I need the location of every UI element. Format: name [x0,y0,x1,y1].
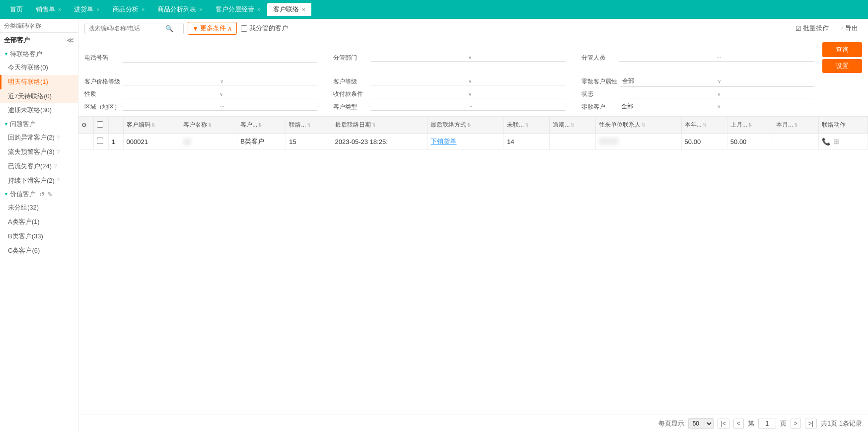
collapse-icon[interactable]: ≪ [67,36,74,44]
sidebar-item-ungrouped[interactable]: 未分组(32) [0,201,78,215]
filter-icon: ▼ [192,25,199,32]
nav-purchase[interactable]: 进货单 × [68,3,105,16]
customer-type-caret-icon: ··· [468,104,564,109]
next-page-button[interactable]: > [791,419,801,429]
sidebar-item-a-class[interactable]: A类客户(1) [0,215,78,229]
col-unit-contact[interactable]: 往来单位联系人⇅ [595,117,681,134]
col-checkbox[interactable] [93,117,108,134]
col-contact[interactable]: 联络...⇅ [286,117,332,134]
nav-customer-tier-close[interactable]: × [257,6,260,12]
help-icon-1[interactable]: ? [57,148,60,157]
row-checkbox[interactable] [93,134,108,150]
last-page-button[interactable]: >| [805,419,817,429]
manager-select[interactable]: ··· [619,54,814,62]
sidebar-item-declining[interactable]: 持续下滑客户(2) ? [0,174,78,188]
sidebar-item-tomorrow[interactable]: 明天待联络(1) [0,75,78,89]
help-icon-0[interactable]: ? [57,134,60,143]
reset-button[interactable]: 设置 [822,59,862,73]
retail-customer-select[interactable]: 全部 ∨ [619,101,814,112]
sidebar-item-churned[interactable]: 已流失客户(24) ? [0,159,78,174]
nav-product-analysis-close[interactable]: × [142,6,145,12]
refresh-icon[interactable]: ↺ [39,191,45,198]
search-input-wrap[interactable]: 🔍 [84,23,184,34]
region-label: 区域（地区） [84,103,120,111]
prev-page-button[interactable]: < [733,419,744,429]
sidebar-item-repurchase-anomaly[interactable]: 回购异常客户(2) ? [0,131,78,145]
more-filter-button[interactable]: ▼ 更多条件 ∧ [188,22,237,35]
col-code[interactable]: 客户编码⇅ [123,117,180,134]
nature-label: 性质 [84,90,119,98]
nav-customer-contact[interactable]: 客户联络 × [267,3,311,16]
nature-caret-icon: ∨ [219,91,315,97]
export-button[interactable]: ↑ 导出 [837,22,863,34]
nav-sales-close[interactable]: × [58,6,61,12]
status-select[interactable]: ∨ [619,90,814,98]
sidebar-search-input[interactable] [4,22,78,29]
sidebar-item-7days[interactable]: 近7天待联络(0) [0,89,78,104]
sidebar-item-churn-warning[interactable]: 流失预警客户(3) ? [0,145,78,159]
main-search-input[interactable] [89,25,163,32]
page-number-input[interactable] [758,419,776,429]
col-last-date[interactable]: 最后联络日期⇅ [332,117,428,134]
row-this-year: 50.00 [681,134,727,150]
per-page-select[interactable]: 50 100 200 [688,418,714,429]
row-settings [78,134,93,150]
my-customers-checkbox-label[interactable]: 我分管的客户 [241,24,288,33]
call-icon[interactable]: 📞 [822,138,830,145]
data-table-area: ⚙ 客户编码⇅ 客户名称⇅ 客户...⇅ 联络...⇅ 最后联络日期⇅ 最后联络… [78,117,868,415]
col-settings[interactable]: ⚙ [78,117,93,134]
help-icon-2[interactable]: ? [54,162,57,171]
sidebar-item-b-class[interactable]: B类客户(33) [0,229,78,244]
grid-icon[interactable]: ⊞ [833,138,839,145]
col-last-month[interactable]: 上月...⇅ [727,117,773,134]
payment-select[interactable]: ∨ [371,90,566,98]
sidebar-item-c-class[interactable]: C类客户(6) [0,244,78,258]
customer-type-select[interactable]: ··· [371,103,566,111]
retail-attr-field: 零散客户属性 全部 ∨ [581,76,814,87]
nav-product-list-close[interactable]: × [199,6,202,12]
nav-customer-tier[interactable]: 客户分层经营 × [210,3,266,16]
query-button[interactable]: 查询 [822,42,862,57]
nav-purchase-close[interactable]: × [96,6,99,12]
nav-home[interactable]: 首页 [4,3,29,16]
help-icon-3[interactable]: ? [57,176,60,185]
customer-level-select[interactable]: ∨ [371,77,566,85]
sidebar-search-bar[interactable]: 🔍 [0,19,78,33]
my-customers-checkbox[interactable] [241,25,247,32]
customer-table: ⚙ 客户编码⇅ 客户名称⇅ 客户...⇅ 联络...⇅ 最后联络日期⇅ 最后联络… [78,117,868,150]
row-action: 📞 ⊞ [819,134,868,150]
col-not-linked[interactable]: 未联...⇅ [504,117,550,134]
col-type[interactable]: 客户...⇅ [237,117,286,134]
row-last-method[interactable]: 下销货单 [428,134,504,150]
select-all-checkbox[interactable] [97,121,103,128]
phone-input[interactable] [122,53,317,63]
price-level-select[interactable]: ∨ [123,77,317,85]
first-page-button[interactable]: |< [718,419,729,429]
sidebar-item-today[interactable]: 今天待联络(0) [0,61,78,75]
dept-select[interactable]: ∨ [371,54,566,62]
customer-level-caret-icon: ∨ [468,78,564,84]
retail-customer-caret-icon: ∨ [717,104,812,109]
dept-label: 分管部门 [333,54,368,62]
region-select[interactable]: ··· [123,103,317,111]
customer-type-field: 客户类型 ··· [333,103,566,111]
nav-product-list[interactable]: 商品分析列表 × [151,3,208,16]
col-this-month[interactable]: 本月...⇅ [773,117,819,134]
retail-attr-select[interactable]: 全部 ∨ [620,76,814,87]
nav-product-analysis[interactable]: 商品分析 × [107,3,150,16]
sidebar: 🔍 全部客户 ≪ 待联络客户 今天待联络(0) 明天待联络(1) 近7天待联络(… [0,19,78,432]
col-overdue[interactable]: 逾期...⇅ [550,117,595,134]
action-icons: 📞 ⊞ [822,138,865,145]
edit-icon[interactable]: ✎ [47,191,53,198]
nature-select[interactable]: ∨ [122,90,317,98]
nav-customer-contact-close[interactable]: × [302,6,305,12]
row-select-checkbox[interactable] [97,138,103,144]
col-name[interactable]: 客户名称⇅ [180,117,237,134]
col-this-year[interactable]: 本年...⇅ [681,117,727,134]
batch-op-button[interactable]: ☑ 批量操作 [792,22,833,34]
nav-sales[interactable]: 销售单 × [30,3,67,16]
table-footer: 每页显示 50 100 200 |< < 第 页 > >| 共1页 1条记录 [78,415,868,432]
search-input-icon[interactable]: 🔍 [165,25,173,32]
sidebar-item-overdue[interactable]: 逾期未联络(30) [0,103,78,118]
col-last-method[interactable]: 最后联络方式⇅ [428,117,504,134]
